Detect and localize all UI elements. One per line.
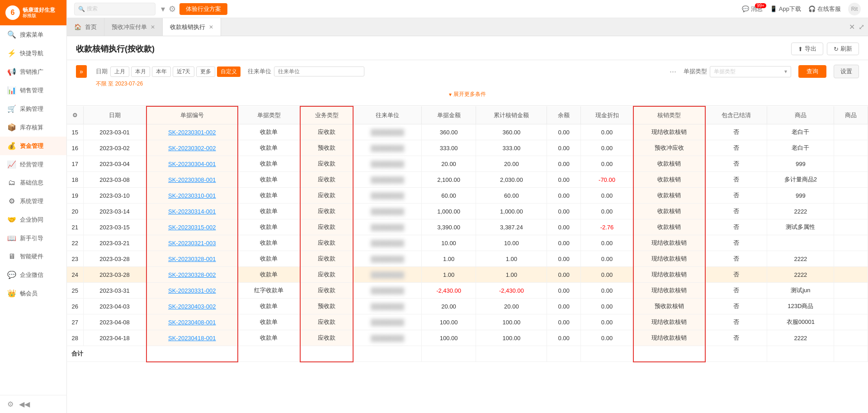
message-item[interactable]: 💬 消息 99+ — [742, 5, 763, 13]
cell-accumulated: 100.00 — [476, 314, 547, 330]
tab-writeoff-close[interactable]: ✕ — [209, 24, 213, 30]
table-row: 18 2023-03-08 SK-20230308-001 收款单 应收款 ██… — [67, 172, 868, 188]
sidebar-item-marketing[interactable]: 📢 营销推广 — [0, 62, 66, 81]
sidebar-item-inventory[interactable]: 📦 库存核算 — [0, 118, 66, 137]
tab-write-off[interactable]: 收款核销执行 ✕ — [163, 18, 221, 36]
cell-billno: SK-20230302-002 — [146, 140, 238, 156]
sidebar-item-purchase[interactable]: 🛒 采购管理 — [0, 100, 66, 118]
sidebar-item-basic-label: 基础信息 — [20, 179, 43, 187]
billno-link[interactable]: SK-20230314-001 — [168, 208, 216, 215]
cell-writetype: 收款核销 — [633, 204, 705, 219]
main-area: 🔍 搜索 ▾ ⚙ 体验行业方案 💬 消息 99+ 📱 App下载 🎧 在线客服 — [67, 0, 868, 413]
cell-writetype: 现结收款核销 — [633, 283, 705, 299]
export-btn[interactable]: ⬆ 导出 — [791, 43, 823, 55]
cell-billtype: 收款单 — [238, 251, 300, 267]
billno-link[interactable]: SK-20230301-002 — [168, 129, 216, 136]
cell-billno: SK-20230315-002 — [146, 219, 238, 235]
user-avatar[interactable]: Rit — [848, 3, 861, 15]
filter-collapse-btn[interactable]: » — [76, 65, 87, 78]
sidebar-item-wechat[interactable]: 💬 企业微信 — [0, 266, 66, 284]
filter-btn-this-year[interactable]: 本年 — [152, 66, 171, 77]
footer-balance — [547, 346, 581, 362]
cell-billno: SK-20230304-001 — [146, 156, 238, 172]
close-all-icon[interactable]: ✕ — [849, 23, 855, 31]
tab-prepay[interactable]: 预收冲应付单 ✕ — [104, 18, 163, 36]
billno-link[interactable]: SK-20230304-001 — [168, 161, 216, 167]
tab-prepay-close[interactable]: ✕ — [151, 24, 155, 30]
col-header-settled: 包含已结清 — [705, 106, 767, 124]
billno-link[interactable]: SK-20230328-002 — [168, 271, 216, 278]
cell-accumulated: 1.00 — [476, 267, 547, 283]
cell-settled: 否 — [705, 251, 767, 267]
sidebar-item-search[interactable]: 🔍 搜索菜单 — [0, 25, 66, 44]
billno-link[interactable]: SK-20230321-003 — [168, 240, 216, 247]
cell-billtype: 收款单 — [238, 314, 300, 330]
gear-topbar-icon[interactable]: ⚙ — [169, 4, 176, 14]
app-download-item[interactable]: 📱 App下载 — [770, 5, 801, 13]
chevron-down-icon[interactable]: ▾ — [161, 4, 165, 14]
settings-btn[interactable]: 设置 — [834, 65, 859, 78]
sidebar-item-shortcut[interactable]: ⚡ 快捷导航 — [0, 44, 66, 62]
refresh-btn[interactable]: ↻ 刷新 — [827, 43, 859, 55]
filter-btn-last-month[interactable]: 上月 — [110, 66, 129, 77]
online-service-item[interactable]: 🎧 在线客服 — [808, 5, 841, 13]
cell-accumulated: 333.00 — [476, 140, 547, 156]
topbar-actions: ▾ ⚙ 体验行业方案 — [161, 3, 227, 15]
sidebar-item-guide-label: 新手引导 — [20, 234, 43, 242]
sidebar-item-basic[interactable]: 🗂 基础信息 — [0, 174, 66, 192]
sidebar-item-vip[interactable]: 👑 畅会员 — [0, 284, 66, 303]
filter-btn-7days[interactable]: 近7天 — [173, 66, 195, 77]
expand-tab-icon[interactable]: ⤢ — [859, 23, 864, 31]
filter-unit-input[interactable] — [274, 66, 364, 76]
sales-icon: 📊 — [7, 86, 16, 95]
cell-billno: SK-20230403-002 — [146, 299, 238, 314]
billno-link[interactable]: SK-20230308-001 — [168, 176, 216, 183]
footer-goods2 — [834, 346, 868, 362]
billno-link[interactable]: SK-20230302-002 — [168, 145, 216, 152]
tab-home[interactable]: 🏠 首页 — [67, 18, 104, 36]
billno-link[interactable]: SK-20230408-001 — [168, 319, 216, 326]
sidebar-item-enterprise[interactable]: 🤝 企业协同 — [0, 210, 66, 229]
industry-btn[interactable]: 体验行业方案 — [179, 3, 227, 15]
filter-btn-custom[interactable]: 自定义 — [217, 66, 241, 77]
filter-type-select[interactable]: 单据类型 ▾ — [710, 66, 791, 77]
billno-link[interactable]: SK-20230328-001 — [168, 256, 216, 262]
billno-link[interactable]: SK-20230403-002 — [168, 303, 216, 310]
cell-amount: 1.00 — [421, 251, 476, 267]
refresh-icon: ↻ — [834, 46, 839, 52]
sidebar-item-sales-label: 销售管理 — [20, 86, 43, 95]
query-btn[interactable]: 查询 — [798, 65, 826, 78]
cell-goods1: 999 — [767, 188, 834, 204]
col-header-billno: 单据编号 — [146, 106, 238, 124]
sidebar-item-hardware[interactable]: 🖥 智能硬件 — [0, 247, 66, 266]
cell-billtype: 收款单 — [238, 330, 300, 346]
collapse-icon[interactable]: ◀◀ — [19, 400, 30, 408]
home-icon: 🏠 — [74, 24, 81, 30]
settings-bottom-icon[interactable]: ⚙ — [7, 400, 14, 408]
search-box[interactable]: 🔍 搜索 — [74, 3, 156, 15]
vip-icon: 👑 — [7, 289, 16, 298]
footer-writetype — [633, 346, 705, 362]
billno-link[interactable]: SK-20230331-002 — [168, 287, 216, 294]
cell-balance: 0.00 — [547, 235, 581, 251]
cell-date: 2023-03-21 — [83, 235, 146, 251]
cell-balance: 0.00 — [547, 219, 581, 235]
billno-link[interactable]: SK-20230310-001 — [168, 192, 216, 199]
filter-btn-this-month[interactable]: 本月 — [131, 66, 150, 77]
sidebar-item-sales[interactable]: 📊 销售管理 — [0, 81, 66, 100]
sidebar-item-finance[interactable]: 💰 资金管理 — [0, 137, 66, 155]
sidebar-item-operation[interactable]: 📈 经营管理 — [0, 155, 66, 174]
sidebar-item-system[interactable]: ⚙ 系统管理 — [0, 192, 66, 210]
chevron-down-expand-icon: ▾ — [449, 91, 452, 98]
cell-goods2 — [834, 251, 868, 267]
billno-link[interactable]: SK-20230315-002 — [168, 224, 216, 231]
billno-link[interactable]: SK-20230418-001 — [168, 335, 216, 342]
cell-goods1: 2222 — [767, 267, 834, 283]
cell-accumulated: 60.00 — [476, 188, 547, 204]
filter-btn-more[interactable]: 更多 — [196, 66, 215, 77]
cell-accumulated: 360.00 — [476, 124, 547, 140]
cell-goods2 — [834, 156, 868, 172]
sidebar-item-wechat-label: 企业微信 — [20, 271, 43, 279]
expand-more-btn[interactable]: ▾ 展开更多条件 — [76, 90, 859, 98]
sidebar-item-guide[interactable]: 📖 新手引导 — [0, 229, 66, 247]
